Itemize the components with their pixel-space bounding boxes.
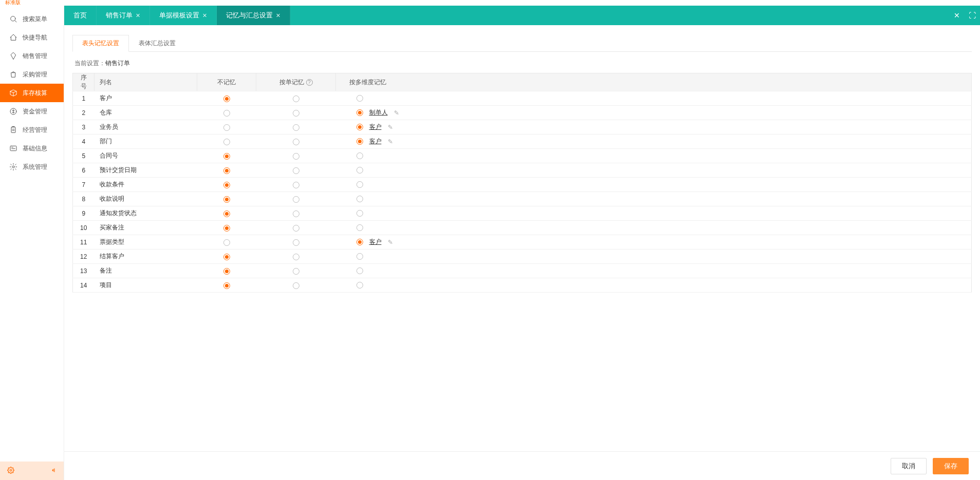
cell-seq: 13	[73, 264, 95, 278]
sidebar-item-inventory[interactable]: 库存核算	[0, 84, 64, 102]
radio[interactable]	[293, 210, 299, 217]
radio[interactable]	[223, 282, 230, 289]
sidebar-item-sales-mgmt[interactable]: 销售管理	[0, 47, 64, 65]
radio[interactable]	[223, 210, 230, 217]
radio[interactable]	[356, 267, 363, 274]
radio[interactable]	[223, 153, 230, 160]
dimension-link[interactable]: 客户	[369, 238, 382, 246]
radio[interactable]	[356, 253, 363, 260]
sidebar-item-label: 基础信息	[23, 144, 47, 153]
radio[interactable]	[356, 152, 363, 159]
dimension-link[interactable]: 客户	[369, 123, 382, 131]
tab-home[interactable]: 首页	[64, 6, 97, 25]
home-icon	[9, 33, 17, 42]
tab-label: 首页	[73, 11, 87, 20]
collapse-sidebar-icon[interactable]	[49, 467, 56, 475]
radio[interactable]	[223, 225, 230, 232]
sidebar-item-purchase-mgmt[interactable]: 采购管理	[0, 65, 64, 84]
cell-name: 买家备注	[95, 221, 197, 235]
radio[interactable]	[356, 109, 363, 116]
sidebar-item-quick-nav[interactable]: 快捷导航	[0, 28, 64, 47]
cell-by-order	[256, 120, 336, 135]
radio[interactable]	[223, 196, 230, 203]
help-icon[interactable]: ?	[306, 79, 313, 86]
radio[interactable]	[293, 153, 299, 160]
cell-name: 预计交货日期	[95, 163, 197, 178]
sidebar-item-biz-mgmt[interactable]: 经营管理	[0, 121, 64, 139]
cell-name: 客户	[95, 91, 197, 106]
radio[interactable]	[223, 268, 230, 275]
radio[interactable]	[223, 239, 230, 246]
current-setting-label: 当前设置：	[74, 60, 105, 67]
radio[interactable]	[293, 268, 299, 275]
radio[interactable]	[293, 254, 299, 260]
edit-icon[interactable]: ✎	[388, 124, 393, 131]
radio[interactable]	[293, 95, 299, 102]
radio[interactable]	[293, 196, 299, 203]
sidebar-item-sys-mgmt[interactable]: 系统管理	[0, 158, 64, 176]
inner-tab-head-memory[interactable]: 表头记忆设置	[72, 35, 129, 52]
radio[interactable]	[293, 139, 299, 145]
radio[interactable]	[293, 110, 299, 117]
inner-tab-body-summary[interactable]: 表体汇总设置	[129, 35, 185, 52]
radio[interactable]	[293, 239, 299, 246]
tab-label: 单据模板设置	[159, 11, 199, 20]
radio[interactable]	[223, 110, 230, 117]
edit-icon[interactable]: ✎	[388, 239, 393, 246]
radio[interactable]	[223, 139, 230, 145]
radio[interactable]	[356, 210, 363, 217]
radio[interactable]	[293, 182, 299, 188]
cancel-button[interactable]: 取消	[891, 458, 927, 474]
radio[interactable]	[223, 182, 230, 188]
radio[interactable]	[356, 138, 363, 145]
dimension-link[interactable]: 制单人	[369, 108, 388, 117]
edit-icon[interactable]: ✎	[388, 138, 393, 145]
radio[interactable]	[356, 196, 363, 202]
cell-by-dim	[336, 221, 972, 235]
close-icon[interactable]: ✕	[276, 12, 280, 19]
sidebar-item-base-info[interactable]: 基础信息	[0, 139, 64, 158]
radio[interactable]	[223, 167, 230, 174]
close-all-tabs-icon[interactable]: ✕	[949, 11, 965, 20]
radio[interactable]	[356, 167, 363, 174]
sidebar-item-fund-mgmt[interactable]: 资金管理	[0, 102, 64, 121]
close-icon[interactable]: ✕	[136, 12, 140, 19]
radio[interactable]	[223, 124, 230, 131]
cell-seq: 3	[73, 120, 95, 135]
cell-seq: 12	[73, 249, 95, 264]
cell-by-dim	[336, 178, 972, 192]
radio[interactable]	[293, 225, 299, 232]
radio[interactable]	[223, 254, 230, 260]
svg-line-1	[15, 21, 16, 22]
radio[interactable]	[356, 282, 363, 289]
radio[interactable]	[293, 124, 299, 131]
radio[interactable]	[356, 224, 363, 231]
sidebar-item-search-menu[interactable]: 搜索菜单	[0, 10, 64, 28]
table-row: 13备注	[73, 264, 972, 278]
footer: 取消 保存	[64, 451, 980, 480]
radio[interactable]	[356, 124, 363, 130]
tab-memory[interactable]: 记忆与汇总设置✕	[217, 6, 290, 25]
table-row: 6预计交货日期	[73, 163, 972, 178]
radio[interactable]	[293, 167, 299, 174]
cell-no-memory	[197, 91, 256, 106]
cell-name: 通知发货状态	[95, 206, 197, 221]
tab-sales-order[interactable]: 销售订单✕	[97, 6, 150, 25]
tab-template[interactable]: 单据模板设置✕	[150, 6, 217, 25]
close-icon[interactable]: ✕	[202, 12, 207, 19]
radio[interactable]	[356, 239, 363, 245]
radio[interactable]	[356, 95, 363, 102]
fullscreen-icon[interactable]: ⛶	[965, 11, 980, 20]
cell-name: 收款说明	[95, 192, 197, 206]
edit-icon[interactable]: ✎	[394, 109, 399, 117]
radio[interactable]	[356, 181, 363, 188]
edition-badge: 标准版	[5, 0, 21, 6]
radio[interactable]	[223, 95, 230, 102]
settings-icon[interactable]	[7, 467, 14, 475]
table-row: 2仓库制单人✎	[73, 106, 972, 120]
table-row: 10买家备注	[73, 221, 972, 235]
cell-seq: 9	[73, 206, 95, 221]
dimension-link[interactable]: 客户	[369, 137, 382, 146]
save-button[interactable]: 保存	[933, 458, 969, 474]
radio[interactable]	[293, 282, 299, 289]
